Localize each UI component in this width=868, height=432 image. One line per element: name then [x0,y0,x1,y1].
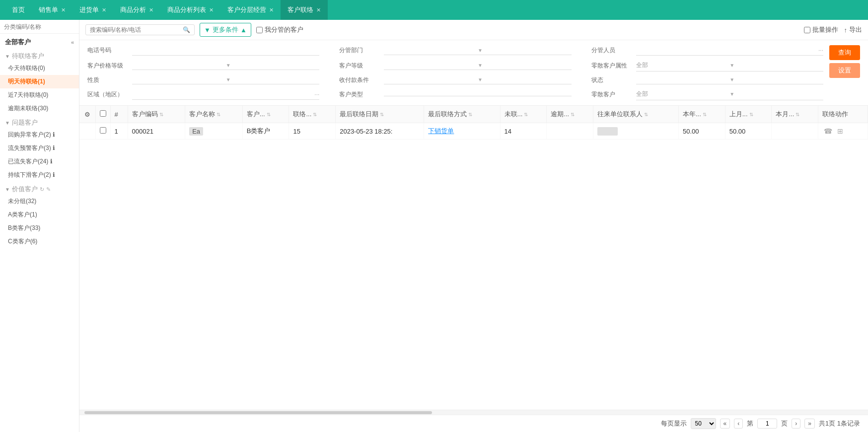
next-page-button[interactable]: › [792,419,800,429]
sidebar-item-unclassified[interactable]: 未分组(32) [0,195,79,208]
per-page-select[interactable]: 50 100 200 [691,418,716,429]
sort-icon: ⇅ [644,112,648,117]
col-unit-contact[interactable]: 往来单位联系人⇅ [593,106,679,123]
my-customers-check-input[interactable] [256,27,263,33]
prev-page-button[interactable]: ‹ [734,419,743,429]
filter-dept-select[interactable]: ▼ [384,46,571,55]
total-records: 共1页 1条记录 [819,419,860,428]
page-number-input[interactable] [757,419,777,429]
sidebar-item-today[interactable]: 今天待联络(0) [0,62,79,75]
col-last-month[interactable]: 上月...⇅ [725,106,772,123]
grid-icon[interactable]: ⊞ [837,127,843,135]
close-icon[interactable]: ✕ [61,7,66,13]
contact-method-link[interactable]: 下销货单 [428,127,454,135]
refresh-icon[interactable]: ↻ [40,186,44,193]
sidebar-item-tomorrow[interactable]: 明天待联络(1) [0,75,79,88]
filter-person-dots[interactable]: ··· [818,47,823,54]
nav-customer-contact[interactable]: 客户联络 ✕ [281,0,328,20]
toolbar-right: 批量操作 ↑ 导出 [804,25,863,34]
export-button[interactable]: ↑ 导出 [844,25,863,34]
filter-customer-type-select[interactable] [384,93,571,96]
nav-home[interactable]: 首页 [5,0,32,20]
more-filter-button[interactable]: ▼ 更多条件 ▲ [200,23,251,37]
col-last-contact-method[interactable]: 最后联络方式⇅ [424,106,500,123]
batch-op-button[interactable]: 批量操作 [804,25,838,34]
sidebar-item-churn-warning[interactable]: 流失预警客户(3) ℹ [0,142,79,155]
my-customers-checkbox[interactable]: 我分管的客户 [256,25,303,34]
filter-nature-select[interactable]: ▼ [132,75,319,84]
sort-icon: ⇅ [524,112,528,117]
last-page-button[interactable]: » [804,419,815,429]
nav-purchase[interactable]: 进货单 ✕ [72,0,113,20]
triangle-icon: ▼ [5,187,10,192]
col-code[interactable]: 客户编码⇅ [128,106,185,123]
sort-icon: ⇅ [468,112,472,117]
chevron-up-icon: ▲ [240,26,247,34]
close-icon[interactable]: ✕ [209,7,214,13]
filter-status: 状态 ▼ [591,75,823,84]
set-button[interactable]: 设置 [829,63,860,78]
main-content: 🔍 ▼ 更多条件 ▲ 我分管的客户 批量操作 ↑ 导出 [79,20,868,432]
sidebar: 🔍 全部客户 « ▼ 待联络客户 今天待联络(0) 明天待联络(1) 近7天待联… [0,20,79,432]
filter-region-dots[interactable]: ··· [314,91,319,98]
horizontal-scrollbar[interactable] [79,410,868,415]
col-unlocked[interactable]: 未联...⇅ [500,106,547,123]
close-icon[interactable]: ✕ [149,7,153,13]
col-name[interactable]: 客户名称⇅ [185,106,243,123]
select-all-checkbox[interactable] [100,110,106,117]
sidebar-item-overdue[interactable]: 逾期未联络(30) [0,102,79,115]
col-this-month[interactable]: 本月...⇅ [772,106,818,123]
chevron-down-icon: ▼ [729,77,823,82]
col-type[interactable]: 客户...⇅ [242,106,289,123]
filter-sparse-attr: 零散客户属性 全部 ▼ [591,60,823,72]
toolbar: 🔍 ▼ 更多条件 ▲ 我分管的客户 批量操作 ↑ 导出 [79,20,868,40]
row-checkbox[interactable] [100,127,106,134]
col-this-year[interactable]: 本年...⇅ [679,106,725,123]
filter-person: 分管人员 ··· [591,45,823,56]
sidebar-item-class-b[interactable]: B类客户(33) [0,221,79,235]
sidebar-item-declining[interactable]: 持续下滑客户(2) ℹ [0,168,79,182]
edit-icon[interactable]: ✎ [46,186,51,193]
col-gear[interactable]: ⚙ [79,106,95,123]
query-button[interactable]: 查询 [829,45,860,60]
sidebar-item-churned[interactable]: 已流失客户(24) ℹ [0,155,79,168]
top-nav: 首页 销售单 ✕ 进货单 ✕ 商品分析 ✕ 商品分析列表 ✕ 客户分层经营 ✕ … [0,0,868,20]
scrollbar-thumb[interactable] [84,411,432,414]
col-contact[interactable]: 联络...⇅ [289,106,336,123]
filter-payment-select[interactable]: ▼ [384,75,571,84]
sidebar-item-7days[interactable]: 近7天待联络(0) [0,88,79,102]
phone-icon[interactable]: ☎ [824,127,832,135]
nav-customer-tier[interactable]: 客户分层经营 ✕ [220,0,281,20]
filter-phone-input[interactable] [132,45,319,56]
nav-sales[interactable]: 销售单 ✕ [32,0,72,20]
close-icon[interactable]: ✕ [269,7,274,13]
page-label: 第 [747,419,753,428]
sidebar-item-class-c[interactable]: C类客户(6) [0,235,79,248]
row-last-contact-method: 下销货单 [424,123,500,140]
sort-icon: ⇅ [217,112,220,117]
table-row: 1 000021 Ea B类客户 15 2023-05-23 18:25: 下销… [79,123,868,140]
filter-status-label: 状态 [591,76,636,84]
all-customers-header[interactable]: 全部客户 « [0,34,79,49]
search-icon[interactable]: 🔍 [183,26,190,33]
first-page-button[interactable]: « [720,419,730,429]
filter-customer-level-select[interactable]: ▼ [384,61,571,70]
col-overdue[interactable]: 逾期...⇅ [547,106,593,123]
filter-status-select[interactable]: ▼ [636,75,823,84]
filter-sparse-attr-select[interactable]: 全部 ▼ [636,60,823,72]
filter-sparse-customer-select[interactable]: 全部 ▼ [636,88,823,100]
filter-row-1: 电话号码 分管部门 ▼ 分管人员 [87,45,823,56]
sidebar-search-input[interactable] [4,23,78,30]
close-icon[interactable]: ✕ [316,7,321,13]
sidebar-item-repurchase-abnormal[interactable]: 回购异常客户(2) ℹ [0,128,79,142]
col-last-contact-date[interactable]: 最后联络日期⇅ [336,106,424,123]
sidebar-item-class-a[interactable]: A类客户(1) [0,208,79,221]
sort-icon: ⇅ [159,112,163,117]
batch-checkbox[interactable] [804,27,810,33]
search-input[interactable] [90,26,183,33]
nav-analysis[interactable]: 商品分析 ✕ [113,0,160,20]
close-icon[interactable]: ✕ [102,7,106,13]
nav-analysis-list[interactable]: 商品分析列表 ✕ [160,0,220,20]
all-customers-label: 全部客户 [5,38,31,47]
filter-price-level-select[interactable]: ▼ [132,61,319,70]
